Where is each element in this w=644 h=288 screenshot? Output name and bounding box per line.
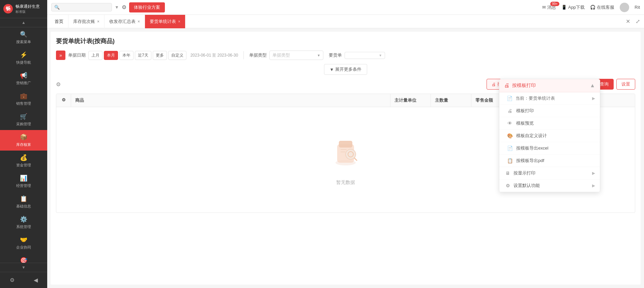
window-expand-btn[interactable]: ⤢ [634,18,641,25]
dropdown-set-default[interactable]: ⚙ 设置默认功能 ▶ [499,180,600,192]
page-title: 要货单统计表(按商品) [56,37,635,45]
collapse-footer-btn[interactable]: ◀ [31,276,40,285]
sidebar-item-shortcut[interactable]: ⚡ 快捷导航 [0,48,47,68]
window-close-btn[interactable]: ✕ [624,18,632,25]
template-design-icon: 🎨 [507,133,513,138]
svg-rect-7 [341,152,345,152]
message-button[interactable]: ✉ 消息 99+ [542,4,556,10]
tab-inventory-batch-label: 库存批次账 [73,19,95,25]
online-service-label: 在线客服 [597,4,614,10]
order-type-filter[interactable]: ▼ [345,52,385,59]
collab-icon: 🤝 [20,236,27,244]
sidebar-item-marketing[interactable]: 📢 营销推广 [0,68,47,89]
search-icon: 🔍 [20,31,27,38]
settings-button[interactable]: 设置 [616,79,635,90]
date-btn-last-month[interactable]: 上月 [88,51,103,60]
print-icon: 🖨 [492,82,496,87]
sidebar-item-label: 基础信息 [16,204,31,209]
date-btn-this-month[interactable]: 本月 [104,51,118,60]
service-icon: 🎧 [590,5,595,10]
dropdown-title: 按模板打印 [512,83,536,89]
sidebar-item-sales[interactable]: 💼 销售管理 [0,89,47,109]
order-filter-arrow: ▼ [379,54,382,57]
template-print-icon: 🖨 [507,108,513,114]
tab-home[interactable]: 首页 [50,15,68,28]
sidebar-scroll-up[interactable]: ▲ [21,20,26,26]
online-service-button[interactable]: 🎧 在线客服 [590,4,614,10]
tab-home-label: 首页 [55,19,63,25]
dropdown-item-export-excel[interactable]: 📄 按模板导出excel [499,142,600,155]
window-buttons: ✕ ⤢ [624,18,641,25]
topbar: 🔍 ▼ ⚙ 体验行业方案 ✉ 消息 99+ 📱 App下载 🎧 在线客服 Rit [47,0,644,15]
sidebar-item-search[interactable]: 🔍 搜索菜单 [0,27,47,48]
empty-text: 暂无数据 [336,180,355,186]
marketing-icon: 📢 [20,72,27,79]
set-default-label: 设置默认功能 [514,183,540,189]
empty-svg [329,134,362,168]
template-preview-icon: 👁 [507,121,513,126]
system-icon: ⚙️ [20,216,27,223]
tab-inventory-batch[interactable]: 库存批次账 × [68,15,105,28]
sidebar-item-basic[interactable]: 📋 基础信息 [0,192,47,212]
toolbar-gear-icon[interactable]: ⚙ [56,81,61,88]
sidebar-item-guide[interactable]: 🎯 新手引导 [0,253,47,263]
empty-illustration [329,134,362,174]
date-range-display: 2023-06-01 至 2023-06-30 [191,53,238,58]
sidebar-scroll-down[interactable]: ▼ [21,264,26,270]
search-input[interactable] [61,5,95,10]
sidebar-item-label: 库存核算 [16,142,31,147]
date-btn-more[interactable]: 更多 [153,51,167,60]
date-btn-this-year[interactable]: 本年 [119,51,134,60]
app-download-button[interactable]: 📱 App下载 [561,4,585,10]
sidebar-item-collab[interactable]: 🤝 企业协同 [0,233,47,253]
tab-order-stats[interactable]: 要货单统计表 × [145,15,185,28]
sidebar-item-label: 快捷导航 [16,60,31,65]
sidebar-item-operations[interactable]: 📊 经营管理 [0,171,47,192]
tab-receipts-summary[interactable]: 收发存汇总表 × [105,15,145,28]
sidebar-item-label: 企业协同 [16,245,31,250]
date-btn-custom[interactable]: 自定义 [168,51,186,60]
topbar-search-arrow[interactable]: ▼ [115,5,119,10]
sidebar: 畅 畅康通好生意 标准版 ▲ 🔍 搜索菜单 ⚡ 快捷导航 📢 营销推广 💼 销售… [0,0,47,288]
topbar-search-box[interactable]: 🔍 [51,3,112,11]
sidebar-item-label: 系统管理 [16,224,31,229]
app-logo: 畅 畅康通好生意 标准版 [0,0,47,18]
sidebar-item-inventory[interactable]: 📦 库存核算 [0,130,47,151]
dropdown-header-left: 🖨 按模板打印 [504,83,536,89]
svg-rect-6 [341,149,347,150]
current-doc-icon: 📄 [507,96,513,101]
sidebar-item-finance[interactable]: 💰 资金管理 [0,151,47,171]
sidebar-item-system[interactable]: ⚙️ 系统管理 [0,212,47,233]
type-select[interactable]: 单据类型 ▼ [269,51,323,60]
dropdown-close-btn[interactable]: ▲ [590,83,595,89]
dropdown-current-item[interactable]: 📄 当前：要货单统计表 ▶ [499,92,600,105]
expand-more-button[interactable]: ▼ 展开更多条件 [324,64,368,75]
print-header-icon: 🖨 [504,83,509,89]
date-buttons-group: 上月 本月 本年 近7天 更多 自定义 [88,51,186,60]
th-gear[interactable]: ⚙ [56,94,71,107]
dropdown-item-export-pdf[interactable]: 📋 按模板导出pdf [499,155,600,167]
trial-button[interactable]: 体验行业方案 [129,2,165,12]
svg-line-5 [354,158,357,160]
order-type-label: 要货单 [329,52,342,58]
tab-order-stats-close[interactable]: × [178,19,180,24]
dropdown-item-template-print[interactable]: 🖨 模板打印 [499,105,600,117]
dropdown-item-template-preview[interactable]: 👁 模板预览 [499,117,600,130]
dropdown-display-print[interactable]: 🖥 按显示打印 ▶ [499,167,600,180]
export-pdf-label: 按模板导出pdf [516,158,544,164]
date-btn-last7days[interactable]: 近7天 [135,51,151,60]
tab-inventory-batch-close[interactable]: × [97,19,99,24]
filter-expand-icon[interactable]: » [56,51,65,60]
type-select-arrow: ▼ [317,54,320,57]
export-excel-icon: 📄 [507,146,513,151]
sidebar-item-purchase[interactable]: 🛒 采购管理 [0,109,47,130]
topbar-gear-icon[interactable]: ⚙ [122,4,126,10]
user-avatar[interactable] [620,3,629,12]
search-icon-small: 🔍 [54,5,60,10]
tab-receipts-summary-close[interactable]: × [138,19,140,24]
logo-icon: 畅 [3,4,13,13]
export-pdf-icon: 📋 [507,158,513,163]
dropdown-item-template-design[interactable]: 🎨 模板自定义设计 [499,130,600,142]
settings-footer-btn[interactable]: ⚙ [7,276,17,285]
sidebar-item-label: 搜索菜单 [16,39,31,44]
